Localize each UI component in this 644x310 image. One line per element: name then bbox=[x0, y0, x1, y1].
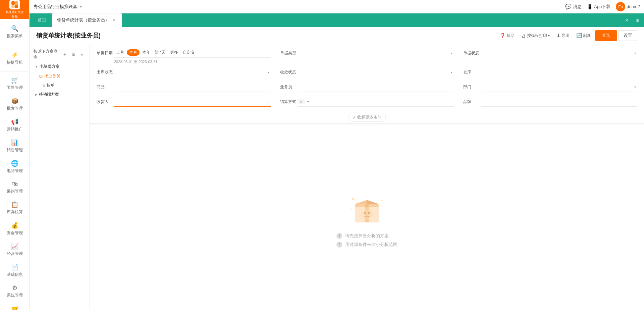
warehouse-dots[interactable]: … bbox=[631, 70, 637, 74]
print-btn[interactable]: 🖨 按模板打印 ▾ bbox=[519, 32, 552, 40]
scheme-settings-btn[interactable]: ⚙ bbox=[70, 51, 77, 58]
doc-status-field[interactable] bbox=[481, 51, 633, 55]
doc-type-filter-cell: 单据类型 ▾ bbox=[279, 47, 455, 59]
receiver-input[interactable]: … bbox=[114, 97, 271, 107]
product-input[interactable]: … bbox=[114, 83, 271, 92]
doc-type-input[interactable]: ▾ bbox=[298, 49, 454, 58]
out-status-filter-cell: 出库状态 ▾ bbox=[95, 66, 272, 79]
mobile-group-title: 移动端方案 bbox=[39, 92, 87, 97]
dept-input[interactable]: ▾ bbox=[481, 83, 637, 92]
settle-tag-close[interactable]: ✕ bbox=[300, 100, 303, 104]
export-icon: ⬇ bbox=[556, 33, 560, 38]
date-custom[interactable]: 自定义 bbox=[181, 49, 197, 56]
sidebar-item-marketing[interactable]: 📢 营销推广 bbox=[0, 115, 30, 136]
refresh-btn[interactable]: 🔄 刷新 bbox=[574, 32, 594, 40]
tab-home[interactable]: 首页 bbox=[32, 13, 52, 27]
receiver-filter-cell: 收货人 … bbox=[95, 96, 272, 108]
brand-input[interactable]: … bbox=[481, 97, 637, 107]
sidebar-search-label: 搜索菜单 bbox=[7, 33, 23, 39]
salesperson-field[interactable] bbox=[298, 85, 447, 89]
date-last-month[interactable]: 上月 bbox=[114, 49, 126, 56]
query-btn[interactable]: 查询 bbox=[595, 30, 617, 41]
out-status-arrow[interactable]: ▾ bbox=[266, 70, 271, 74]
salesperson-scheme-icon: ⊙ bbox=[39, 73, 43, 79]
sidebar-item-ops[interactable]: 📈 经营管理 bbox=[0, 239, 30, 260]
scheme-add-btn[interactable]: + bbox=[61, 51, 68, 58]
sidebar: 畅捷通好生意 标版 🔍 搜索菜单 ⚡ 快捷导航 🛒 零售管理 📦 批发管理 📢 … bbox=[0, 0, 30, 310]
date-more[interactable]: 更多 bbox=[168, 49, 180, 56]
page-header-actions: ❓ 帮助 🖨 按模板打印 ▾ ⬇ 导出 🔄 刷新 bbox=[497, 30, 637, 41]
scheme-desktop-header[interactable]: ▼ 电脑端方案 bbox=[30, 62, 90, 71]
brand-field[interactable] bbox=[481, 99, 631, 104]
date-7days[interactable]: 近7天 bbox=[153, 49, 167, 56]
dept-arrow[interactable]: ▾ bbox=[633, 85, 637, 89]
receiver-dots[interactable]: … bbox=[264, 99, 271, 104]
svg-point-11 bbox=[364, 212, 366, 214]
settle-arrow[interactable]: ▾ bbox=[306, 100, 310, 104]
sidebar-item-inventory[interactable]: 📋 库存核算 bbox=[0, 198, 30, 218]
dept-field[interactable] bbox=[481, 85, 633, 89]
help-btn[interactable]: ❓ 帮助 bbox=[497, 32, 517, 40]
warehouse-field[interactable] bbox=[481, 70, 631, 74]
collapse-btn[interactable]: ∧ 收起更多条件 bbox=[348, 113, 386, 122]
scheme-item-salesperson[interactable]: ⊙ 按业务员 bbox=[30, 71, 90, 81]
scheme-mobile-header[interactable]: ▶ 移动端方案 bbox=[30, 90, 90, 99]
salesperson-input[interactable]: … bbox=[298, 83, 454, 92]
scheme-sub-item-order[interactable]: ≡ 按单 bbox=[30, 81, 90, 90]
tab-close-btn[interactable]: ✕ bbox=[111, 17, 117, 23]
sidebar-item-retail[interactable]: 🛒 零售管理 bbox=[0, 73, 30, 94]
settle-input[interactable]: ✕ ▾ bbox=[298, 97, 454, 107]
tab-expand-btn[interactable]: ⊞ bbox=[633, 16, 641, 24]
out-status-input[interactable]: ▾ bbox=[114, 68, 271, 77]
message-btn[interactable]: 💬 消息 bbox=[565, 4, 582, 10]
desktop-group-title: 电脑端方案 bbox=[40, 64, 87, 69]
print-dropdown-icon[interactable]: ▾ bbox=[548, 34, 550, 38]
payment-status-arrow[interactable]: ▾ bbox=[449, 70, 454, 74]
sidebar-item-finance[interactable]: 💰 资金管理 bbox=[0, 218, 30, 239]
page-content: 销货单统计表(按业务员) ❓ 帮助 🖨 按模板打印 ▾ ⬇ 导出 bbox=[30, 27, 644, 310]
date-range-display: 2023-03-01 至 2023-03-31 bbox=[95, 59, 639, 66]
svg-point-8 bbox=[381, 200, 383, 201]
date-this-month[interactable]: 本月 bbox=[127, 49, 140, 56]
page-top-row: 销货单统计表(按业务员) ❓ 帮助 🖨 按模板打印 ▾ ⬇ 导出 bbox=[30, 27, 644, 44]
dept-label: 部门 bbox=[463, 84, 481, 90]
sidebar-item-basic[interactable]: 📄 基础信息 bbox=[0, 260, 30, 281]
app-download-btn[interactable]: 📱 App下载 bbox=[587, 4, 610, 10]
brand-dots[interactable]: … bbox=[631, 99, 637, 104]
collapse-label: 收起更多条件 bbox=[357, 114, 381, 120]
page-title: 销货单统计表(按业务员) bbox=[36, 32, 101, 40]
doc-type-arrow[interactable]: ▾ bbox=[449, 51, 454, 55]
sidebar-item-purchase[interactable]: 🛍 采购管理 bbox=[0, 177, 30, 198]
tab-sales-stat[interactable]: 销货单统计表（按业务员） ✕ bbox=[52, 13, 122, 27]
product-dots[interactable]: … bbox=[264, 85, 271, 89]
sidebar-retail-label: 零售管理 bbox=[7, 85, 23, 91]
sidebar-sales-label: 销售管理 bbox=[7, 147, 23, 153]
product-field[interactable] bbox=[114, 85, 264, 89]
sidebar-item-quick-nav[interactable]: ⚡ 快捷导航 bbox=[0, 48, 30, 69]
warehouse-input[interactable]: … bbox=[481, 68, 637, 77]
doc-status-input[interactable]: ▾ bbox=[481, 49, 637, 58]
sidebar-basic-label: 基础信息 bbox=[7, 272, 23, 277]
out-status-field[interactable] bbox=[114, 70, 266, 74]
date-this-year[interactable]: 本年 bbox=[140, 49, 152, 56]
scheme-collapse-btn[interactable]: « bbox=[79, 51, 86, 58]
doc-type-field[interactable] bbox=[298, 51, 450, 55]
payment-status-field[interactable] bbox=[298, 70, 450, 74]
sidebar-item-search[interactable]: 🔍 搜索菜单 bbox=[0, 21, 30, 42]
mobile-group-arrow: ▶ bbox=[35, 93, 38, 96]
settings-btn[interactable]: 设置 bbox=[619, 30, 637, 41]
doc-status-arrow[interactable]: ▾ bbox=[633, 51, 637, 55]
sidebar-finance-label: 资金管理 bbox=[7, 230, 23, 236]
sidebar-item-ecom[interactable]: 🌐 电商管理 bbox=[0, 156, 30, 177]
sidebar-item-enterprise[interactable]: 🤝 企业协同 bbox=[0, 302, 30, 310]
user-profile[interactable]: Ea demo2 bbox=[616, 2, 640, 11]
tab-minimize-btn[interactable]: ✕ bbox=[623, 16, 631, 24]
sidebar-item-sales[interactable]: 📊 销售管理 bbox=[0, 136, 30, 156]
receiver-field[interactable] bbox=[114, 99, 264, 104]
export-btn[interactable]: ⬇ 导出 bbox=[554, 32, 572, 40]
payment-status-input[interactable]: ▾ bbox=[298, 68, 454, 77]
topbar-dropdown-icon[interactable]: ▾ bbox=[80, 4, 82, 9]
salesperson-dots[interactable]: … bbox=[447, 85, 454, 89]
sidebar-item-wholesale[interactable]: 📦 批发管理 bbox=[0, 94, 30, 115]
sidebar-item-system[interactable]: ⚙ 系统管理 bbox=[0, 281, 30, 302]
